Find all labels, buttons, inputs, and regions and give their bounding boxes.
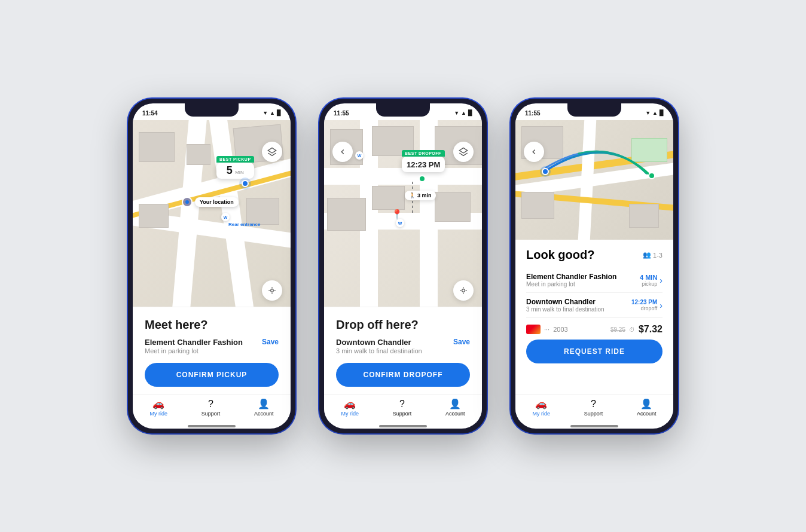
ride-icon-1: 🚗 — [152, 398, 164, 409]
layers-btn-2[interactable] — [453, 142, 474, 162]
support-icon-3: ? — [591, 399, 596, 409]
walk-bubble-2: 🚶 3 min — [405, 191, 436, 200]
layers-btn-1[interactable] — [262, 142, 282, 162]
notch-2 — [376, 103, 430, 117]
svg-point-7 — [462, 289, 465, 292]
status-icons-2: ▼ ▲ ▉ — [454, 110, 472, 116]
phone-2: 11:55 ▼ ▲ ▉ — [319, 99, 487, 433]
account-icon-3: 👤 — [640, 398, 652, 409]
status-time-3: 11:55 — [525, 110, 541, 117]
bottom-nav-2: 🚗 My ride ? Support 👤 Account — [324, 394, 482, 423]
ride-icon-3: 🚗 — [535, 398, 547, 409]
dropoff-option[interactable]: Downtown Chandler 3 min walk to final de… — [526, 293, 662, 318]
phone-1-frame: 11:54 ▼ ▲ ▉ — [128, 99, 295, 433]
location-name-1: Element Chandler Fashion — [145, 338, 243, 347]
nav-label-ride-3: My ride — [532, 411, 550, 417]
svg-marker-0 — [268, 148, 276, 153]
dropoff-time-label: dropoff — [631, 305, 657, 311]
passengers-icon: 👥 — [643, 251, 651, 259]
payment-info[interactable]: ··· 2003 — [526, 325, 568, 334]
nav-label-account-2: Account — [445, 411, 465, 417]
nav-account-1[interactable]: 👤 Account — [254, 398, 274, 417]
back-btn-3[interactable] — [524, 142, 544, 162]
question-title-2: Drop off here? — [336, 318, 470, 332]
account-icon-2: 👤 — [449, 398, 461, 409]
nav-my-ride-3[interactable]: 🚗 My ride — [532, 398, 550, 417]
status-time-1: 11:54 — [142, 110, 158, 117]
notch-3 — [567, 103, 621, 117]
nav-label-support-1: Support — [202, 411, 221, 417]
card-dots: ··· — [544, 326, 549, 333]
support-icon-1: ? — [208, 399, 213, 409]
signal-icon-2: ▲ — [461, 110, 466, 116]
location-row-2: Downtown Chandler 3 min walk to final de… — [336, 338, 470, 354]
map-area-1: BEST PICKUP 5 MIN — [133, 120, 291, 307]
status-time-2: 11:55 — [334, 110, 349, 117]
notch-1 — [185, 103, 239, 117]
final-price: $7.32 — [639, 324, 662, 335]
route-start-dot — [542, 168, 549, 175]
bottom-nav-3: 🚗 My ride ? Support 👤 Account — [515, 394, 673, 423]
look-good-header: Look good? 👥 1-3 — [526, 248, 662, 262]
nav-support-2[interactable]: ? Support — [393, 399, 412, 417]
location-sub-2: 3 min walk to final destination — [336, 347, 422, 354]
pickup-time-value: 4 MIN — [640, 274, 657, 281]
dropoff-dot-2 — [419, 175, 426, 182]
location-sub-1: Meet in parking lot — [145, 347, 243, 354]
pickup-option[interactable]: Element Chandler Fashion Meet in parking… — [526, 268, 662, 293]
battery-icon-1: ▉ — [277, 110, 281, 116]
pickup-badge-1: BEST PICKUP 5 MIN — [216, 156, 254, 179]
request-ride-btn[interactable]: REQUEST RIDE — [526, 340, 662, 363]
nav-label-support-2: Support — [393, 411, 412, 417]
phone-3: 11:55 ▼ ▲ ▉ — [511, 99, 678, 433]
save-btn-1[interactable]: Save — [262, 338, 279, 346]
phone-1-screen: 11:54 ▼ ▲ ▉ — [133, 103, 291, 429]
map-area-2: BEST DROPOFF 12:23 PM 📍 — [324, 120, 482, 307]
route-end-dot — [648, 172, 655, 179]
passenger-count-value: 1-3 — [653, 252, 662, 259]
route-arc — [515, 120, 673, 240]
nav-my-ride-1[interactable]: 🚗 My ride — [149, 398, 167, 417]
confirm-pickup-btn[interactable]: CONFIRM PICKUP — [145, 363, 279, 387]
signal-icon-3: ▲ — [652, 110, 658, 116]
clock-icon: ⏱ — [629, 326, 635, 333]
nav-label-ride-1: My ride — [149, 411, 167, 417]
save-btn-2[interactable]: Save — [453, 338, 470, 346]
rear-entrance-label: Rear entrance — [228, 222, 260, 227]
pickup-option-sub: Meet in parking lot — [526, 281, 640, 288]
nav-label-support-3: Support — [584, 411, 603, 417]
phone-2-screen: 11:55 ▼ ▲ ▉ — [324, 103, 482, 429]
locate-btn-2[interactable] — [453, 280, 474, 301]
location-name-2: Downtown Chandler — [336, 338, 422, 347]
signal-icon-1: ▲ — [270, 110, 275, 116]
location-info-2: Downtown Chandler 3 min walk to final de… — [336, 338, 422, 354]
back-btn-2[interactable] — [332, 142, 353, 162]
nav-support-1[interactable]: ? Support — [202, 399, 221, 417]
card-last4: 2003 — [553, 326, 567, 333]
bottom-sheet-1: Meet here? Element Chandler Fashion Meet… — [133, 307, 291, 394]
w-label-2b: W — [396, 219, 404, 227]
w-label-1: W — [221, 213, 230, 221]
wifi-icon-2: ▼ — [454, 110, 459, 116]
phone-1: 11:54 ▼ ▲ ▉ — [128, 99, 295, 433]
card-icon — [526, 325, 541, 334]
pickup-time-label: pickup — [640, 281, 657, 287]
wifi-icon-1: ▼ — [262, 110, 268, 116]
account-icon-1: 👤 — [258, 398, 270, 409]
status-icons-3: ▼ ▲ ▉ — [645, 110, 664, 116]
locate-btn-1[interactable] — [262, 280, 282, 301]
your-location-marker-1: Your location — [182, 197, 239, 207]
dropoff-badge-2: BEST DROPOFF 12:23 PM — [402, 150, 445, 172]
svg-marker-6 — [459, 148, 467, 153]
nav-label-account-3: Account — [637, 411, 657, 417]
nav-support-3[interactable]: ? Support — [584, 399, 603, 417]
dropoff-chevron-icon: › — [660, 301, 662, 310]
pickup-option-time: 4 MIN pickup › — [640, 274, 662, 287]
nav-account-2[interactable]: 👤 Account — [445, 398, 465, 417]
nav-account-3[interactable]: 👤 Account — [637, 398, 657, 417]
confirm-dropoff-btn[interactable]: CONFIRM DROPOFF — [336, 363, 470, 387]
nav-my-ride-2[interactable]: 🚗 My ride — [341, 398, 359, 417]
ride-icon-2: 🚗 — [344, 398, 356, 409]
original-price: $9.25 — [610, 326, 625, 333]
location-row-1: Element Chandler Fashion Meet in parking… — [145, 338, 279, 354]
